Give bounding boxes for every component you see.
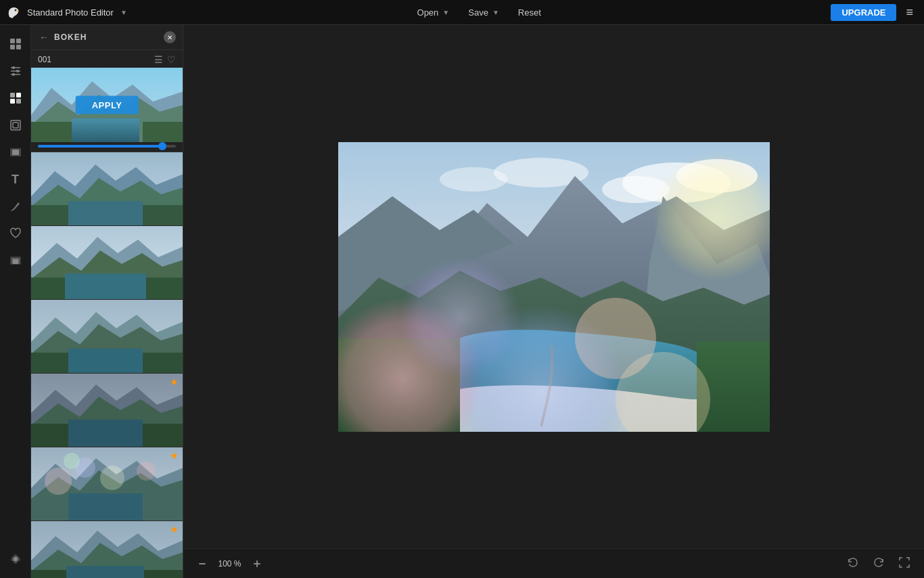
filter-number-001: 001 [38, 55, 51, 64]
filter-001-thumb: APPLY [31, 68, 183, 142]
svg-rect-13 [13, 123, 18, 128]
svg-point-70 [440, 167, 507, 192]
save-button[interactable]: Save ▼ [460, 5, 507, 20]
bottom-right-buttons [844, 554, 913, 574]
svg-rect-23 [72, 118, 139, 142]
filter-slider-row [31, 142, 183, 152]
svg-rect-62 [66, 566, 144, 578]
svg-rect-10 [10, 99, 15, 104]
bottom-bar: 100 % [183, 548, 924, 578]
svg-point-6 [16, 70, 19, 72]
starred-badge-005: ★ [170, 376, 179, 387]
svg-rect-24 [31, 122, 72, 142]
topbar-left: Standard Photo Editor ▼ [7, 5, 127, 20]
redo-button[interactable] [870, 554, 887, 574]
menu-button[interactable]: ≡ [902, 4, 917, 21]
main-photo [338, 142, 770, 432]
topbar: Standard Photo Editor ▼ Open ▼ Save ▼ Re… [0, 0, 924, 25]
gallery-sidebar-btn[interactable] [3, 248, 28, 273]
topbar-right: UPGRADE ≡ [831, 4, 917, 21]
photos-sidebar-btn[interactable] [3, 32, 28, 56]
frame-sidebar-btn[interactable] [3, 113, 28, 137]
svg-point-57 [64, 453, 80, 469]
svg-rect-49 [143, 424, 183, 447]
svg-rect-43 [143, 353, 183, 373]
back-button[interactable]: ← [38, 30, 50, 44]
svg-point-54 [45, 468, 72, 495]
upgrade-button[interactable]: UPGRADE [831, 4, 896, 21]
svg-point-7 [12, 73, 15, 76]
filter-slider-fill [38, 145, 162, 148]
favorites-sidebar-btn[interactable] [3, 221, 28, 246]
svg-rect-31 [143, 205, 183, 225]
apply-overlay[interactable]: APPLY [76, 96, 139, 114]
svg-rect-9 [16, 93, 21, 97]
filter-slider-thumb[interactable] [158, 142, 166, 150]
svg-rect-4 [16, 45, 21, 49]
app-logo [7, 5, 22, 20]
filter-003-thumb [31, 226, 183, 299]
svg-rect-1 [10, 39, 15, 43]
overlay-sidebar-btn[interactable] [3, 140, 28, 164]
svg-point-56 [100, 466, 124, 490]
zoom-out-button[interactable] [194, 556, 210, 572]
svg-rect-47 [68, 420, 143, 447]
reset-button[interactable]: Reset [510, 5, 549, 20]
filter-002-thumb [31, 152, 183, 225]
svg-point-80 [399, 257, 521, 379]
canvas-area: 100 % [183, 25, 924, 578]
draw-sidebar-btn[interactable] [3, 194, 28, 219]
main-content: T ← BOKEH ✕ 001 ☰ [0, 25, 924, 578]
settings-sidebar-btn[interactable] [3, 547, 28, 571]
svg-rect-63 [31, 570, 66, 578]
svg-rect-48 [31, 424, 68, 447]
close-panel-button[interactable]: ✕ [164, 31, 176, 43]
filter-005-thumb [31, 374, 183, 447]
filter-item-005[interactable]: ★ [31, 374, 183, 447]
svg-rect-36 [31, 277, 65, 299]
filter-item-006[interactable]: ★ [31, 447, 183, 521]
svg-rect-15 [12, 150, 19, 155]
svg-rect-37 [146, 277, 183, 299]
text-sidebar-btn[interactable]: T [3, 167, 28, 192]
expand-button[interactable] [896, 554, 913, 574]
filter-004-thumb [31, 300, 183, 373]
svg-rect-35 [65, 273, 146, 299]
filter-item-003[interactable] [31, 226, 183, 300]
zoom-in-button[interactable] [249, 556, 265, 572]
svg-rect-2 [16, 39, 21, 43]
filters-sidebar-btn[interactable] [3, 86, 28, 110]
filter-item-004[interactable] [31, 300, 183, 374]
filter-006-thumb [31, 447, 183, 520]
icon-sidebar: T [0, 25, 31, 578]
save-dropdown-arrow: ▼ [492, 9, 499, 16]
filter-item-002[interactable] [31, 152, 183, 226]
app-title: Standard Photo Editor [27, 7, 114, 18]
filter-item-007[interactable]: ★ [31, 521, 183, 578]
filter-panel: ← BOKEH ✕ 001 ☰ ♡ [31, 25, 183, 578]
canvas-workspace [183, 25, 924, 548]
svg-rect-25 [143, 122, 183, 142]
svg-rect-8 [10, 93, 15, 97]
starred-badge-007: ★ [170, 524, 179, 535]
topbar-center: Open ▼ Save ▼ Reset [409, 5, 549, 20]
zoom-level: 100 % [214, 559, 245, 569]
svg-rect-53 [68, 493, 143, 520]
svg-point-0 [15, 9, 17, 12]
starred-badge-006: ★ [170, 450, 179, 461]
svg-rect-29 [68, 201, 143, 225]
svg-rect-18 [13, 259, 18, 264]
svg-rect-11 [16, 99, 21, 104]
filter-heart-button[interactable]: ♡ [167, 54, 176, 65]
filter-slider[interactable] [38, 145, 176, 148]
svg-rect-64 [144, 570, 183, 578]
svg-rect-12 [11, 120, 20, 130]
title-dropdown-arrow[interactable]: ▼ [120, 9, 127, 16]
filter-007-thumb [31, 521, 183, 578]
svg-point-5 [12, 66, 15, 69]
undo-button[interactable] [844, 554, 862, 574]
filter-item-001[interactable]: 001 ☰ ♡ [31, 50, 183, 152]
open-button[interactable]: Open ▼ [409, 5, 458, 20]
filter-list-button[interactable]: ☰ [154, 54, 163, 65]
adjustments-sidebar-btn[interactable] [3, 59, 28, 83]
